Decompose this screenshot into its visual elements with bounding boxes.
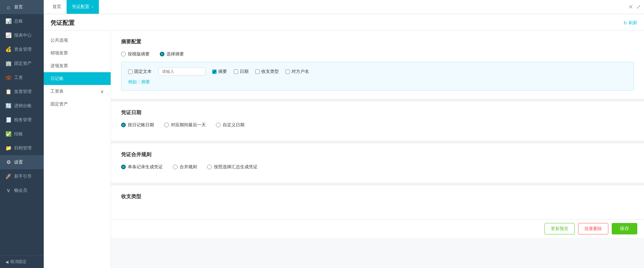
sidebar-label-invoice: 发票管理 — [14, 89, 32, 95]
left-nav: 公共选项 销项发票 进项发票 日记账 工资表 ∨ 固定资产 — [44, 31, 111, 268]
checkbox-counterpart-input[interactable] — [286, 70, 290, 74]
left-nav-sales[interactable]: 销项发票 — [44, 47, 111, 59]
tab-close-window-icon[interactable]: ✕ — [629, 4, 633, 10]
date-radio-journal-input[interactable] — [121, 123, 126, 127]
sidebar-item-invoice[interactable]: 📋 发票管理 — [0, 85, 44, 99]
date-title: 凭证日期 — [121, 109, 634, 116]
merge-radio-select-merge-input[interactable] — [207, 165, 212, 169]
checkbox-summary-input[interactable] — [212, 70, 217, 74]
left-nav-fixed-assets-label: 固定资产 — [50, 101, 68, 107]
example-text: 例如：摘要 — [128, 79, 627, 85]
save-button[interactable]: 保存 — [612, 223, 637, 234]
checkbox-summary[interactable]: 摘要 — [212, 69, 227, 75]
salary-icon: 💼 — [5, 75, 11, 81]
sidebar-item-report[interactable]: 📈 报表中心 — [0, 28, 44, 42]
update-preview-button[interactable]: 更新预览 — [544, 223, 575, 234]
checkbox-fixed-text-input[interactable] — [128, 70, 132, 74]
funds-icon: 💰 — [5, 46, 11, 52]
date-radio-journal-label: 按日记账日期 — [128, 122, 154, 128]
sidebar-label-ledger: 总账 — [14, 18, 23, 24]
body-layout: 公共选项 销项发票 进项发票 日记账 工资表 ∨ 固定资产 — [44, 31, 644, 268]
left-nav-purchase[interactable]: 进项发票 — [44, 59, 111, 72]
sidebar-label-funds: 资金管理 — [14, 46, 32, 52]
left-nav-purchase-label: 进项发票 — [50, 63, 68, 69]
sidebar-label-salary: 工资 — [14, 75, 23, 81]
sidebar-item-home[interactable]: ⌂ 首页 — [0, 0, 44, 14]
sidebar-item-tax[interactable]: 🧾 税务管理 — [0, 113, 44, 127]
checkbox-counterpart[interactable]: 对方户名 — [286, 69, 309, 75]
page-header: 凭证配置 ↻ 刷新 — [44, 14, 644, 31]
sidebar-label-member: 畅会员 — [14, 187, 27, 193]
page-title: 凭证配置 — [50, 19, 75, 27]
sidebar-footer[interactable]: ◀ 取消固定 — [0, 255, 44, 268]
merge-radio-select-merge[interactable]: 按照选择汇总生成凭证 — [207, 164, 258, 170]
left-nav-payroll[interactable]: 工资表 ∨ — [44, 85, 111, 98]
refresh-button[interactable]: ↻ 刷新 — [623, 20, 637, 26]
home-icon: ⌂ — [5, 4, 11, 10]
merge-title: 凭证合并规则 — [121, 151, 634, 158]
section-merge: 凭证合并规则 单条记录生成凭证 合并规则 按照选择汇总生成凭证 — [111, 143, 644, 185]
summary-options: 固定文本 摘要 日期 — [128, 68, 627, 76]
merge-radio-single-label: 单条记录生成凭证 — [128, 164, 163, 170]
summary-radio-select-input[interactable] — [160, 52, 164, 56]
date-radio-period-last[interactable]: 对应期间最后一天 — [164, 122, 206, 128]
date-radio-period-last-input[interactable] — [164, 123, 169, 127]
left-nav-fixed-assets[interactable]: 固定资产 — [44, 98, 111, 110]
date-radio-custom[interactable]: 自定义日期 — [216, 122, 244, 128]
sidebar-label-guide: 新手引导 — [14, 173, 32, 179]
bottom-bar: 更新预览 批量删除 保存 — [111, 219, 644, 238]
summary-radio-template-label: 按模版摘要 — [128, 51, 150, 57]
batch-delete-button[interactable]: 批量删除 — [578, 223, 608, 234]
sidebar-item-settle[interactable]: ✅ 结账 — [0, 127, 44, 141]
sidebar-item-salary[interactable]: 💼 工资 — [0, 71, 44, 85]
checkbox-date-input[interactable] — [234, 70, 238, 74]
date-radio-custom-input[interactable] — [216, 123, 221, 127]
invoice-icon: 📋 — [5, 89, 11, 95]
summary-radio-template[interactable]: 按模版摘要 — [121, 51, 150, 57]
summary-radio-group: 按模版摘要 选择摘要 — [121, 51, 634, 57]
checkbox-date[interactable]: 日期 — [234, 69, 249, 75]
sidebar-item-assets[interactable]: 🏢 固定资产 — [0, 56, 44, 71]
sidebar-item-ledger[interactable]: 📊 总账 — [0, 14, 44, 28]
content-area: 凭证配置 ↻ 刷新 公共选项 销项发票 进项发票 日记账 — [44, 14, 644, 268]
merge-radio-single-input[interactable] — [121, 165, 126, 169]
date-radio-journal[interactable]: 按日记账日期 — [121, 122, 154, 128]
summary-radio-select[interactable]: 选择摘要 — [160, 51, 184, 57]
merge-radio-single[interactable]: 单条记录生成凭证 — [121, 164, 163, 170]
sidebar-item-settings[interactable]: ⚙ 设置 — [0, 155, 44, 169]
refresh-icon: ↻ — [623, 20, 627, 26]
member-icon: V — [5, 188, 11, 193]
guide-icon: 🚀 — [5, 173, 11, 179]
sidebar-item-funds[interactable]: 💰 资金管理 — [0, 42, 44, 56]
sidebar-item-archive[interactable]: 📁 归档管理 — [0, 141, 44, 155]
checkbox-summary-label: 摘要 — [218, 69, 227, 75]
left-nav-journal[interactable]: 日记账 — [44, 72, 111, 85]
checkbox-income-type-input[interactable] — [255, 70, 260, 74]
chevron-down-icon: ∨ — [101, 89, 104, 94]
checkbox-date-label: 日期 — [240, 69, 249, 75]
tab-voucher-config[interactable]: 凭证配置 × — [67, 0, 99, 14]
summary-radio-template-input[interactable] — [121, 52, 126, 56]
left-nav-sales-label: 销项发票 — [50, 50, 68, 56]
main-area: 首页 凭证配置 × ✕ ⤢ 凭证配置 ↻ 刷新 公共选项 — [44, 0, 644, 268]
ledger-icon: 📊 — [5, 18, 11, 24]
merge-radio-rule-input[interactable] — [173, 165, 178, 169]
purchase-icon: 🔄 — [5, 103, 11, 109]
tab-home[interactable]: 首页 — [47, 0, 67, 14]
merge-radio-select-merge-label: 按照选择汇总生成凭证 — [214, 164, 258, 170]
merge-radio-rule-label: 合并规则 — [180, 164, 197, 170]
checkbox-income-type[interactable]: 收支类型 — [255, 69, 279, 75]
left-nav-public[interactable]: 公共选项 — [44, 34, 111, 47]
merge-radio-group: 单条记录生成凭证 合并规则 按照选择汇总生成凭证 — [121, 164, 634, 170]
tab-close-icon[interactable]: × — [91, 5, 93, 9]
sidebar-item-member[interactable]: V 畅会员 — [0, 183, 44, 197]
sidebar-item-guide[interactable]: 🚀 新手引导 — [0, 169, 44, 183]
fixed-text-input[interactable] — [158, 68, 205, 76]
section-date: 凭证日期 按日记账日期 对应期间最后一天 自定义日期 — [111, 101, 644, 143]
tab-expand-icon[interactable]: ⤢ — [636, 4, 641, 10]
sidebar-item-purchase[interactable]: 🔄 进销台账 — [0, 99, 44, 113]
checkbox-fixed-text[interactable]: 固定文本 — [128, 69, 152, 75]
tab-bar: 首页 凭证配置 × ✕ ⤢ — [44, 0, 644, 14]
section-summary: 摘要配置 按模版摘要 选择摘要 — [111, 31, 644, 101]
merge-radio-rule[interactable]: 合并规则 — [173, 164, 197, 170]
